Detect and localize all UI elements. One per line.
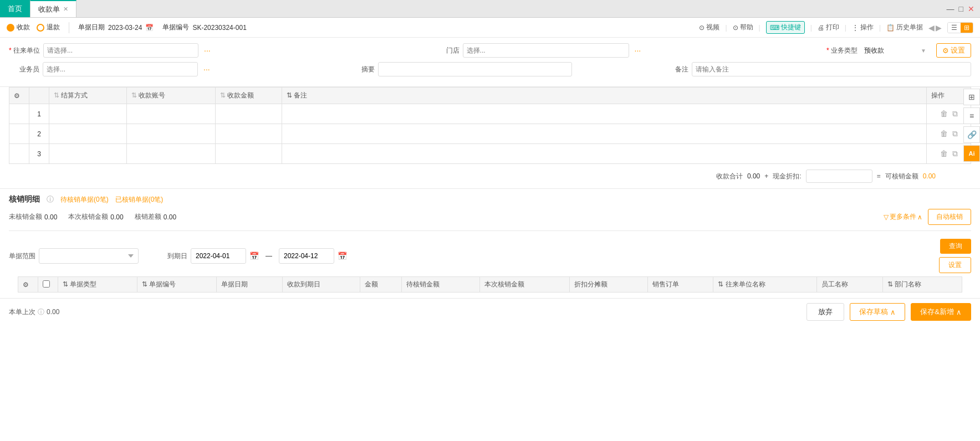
col-settings-header[interactable]: ⚙ <box>9 88 29 104</box>
row1-amount[interactable] <box>216 104 282 124</box>
float-ai-btn[interactable]: Ai <box>963 145 980 162</box>
unverified-value: 0.00 <box>44 213 57 221</box>
row3-settle[interactable] <box>49 144 127 164</box>
float-link-btn[interactable]: 🔗 <box>963 126 980 143</box>
tab-pending[interactable]: 待核销单据(0笔) <box>60 195 109 204</box>
auto-verify-btn[interactable]: 自动核销 <box>928 209 971 225</box>
store-more-btn[interactable]: ··· <box>635 46 641 55</box>
row2-settle[interactable] <box>49 124 127 144</box>
calendar-icon[interactable]: 📅 <box>145 24 154 32</box>
date-from-input[interactable] <box>191 248 246 264</box>
unverified-label: 未核销金额 <box>9 212 42 222</box>
save-new-label: 保存&新增 <box>920 307 954 317</box>
settings-label: 设置 <box>951 45 965 55</box>
row3-account[interactable] <box>127 144 216 164</box>
payment-type-group: 收款 退款 <box>7 23 60 32</box>
help-icon-2[interactable]: ⓘ <box>38 307 44 317</box>
list-view-btn[interactable]: ☰ <box>948 23 961 33</box>
form-area: 往来单位 ··· 门店 ··· 业务类型 预收款 ▼ ⚙ 设置 <box>0 38 980 87</box>
remark-input[interactable] <box>692 62 971 76</box>
discount-input[interactable] <box>806 170 872 183</box>
next-arrow[interactable]: ▶ <box>936 23 942 32</box>
more-filter-label: 更多条件 <box>890 212 916 222</box>
col-sales-order: 销售订单 <box>647 277 713 293</box>
tab-home[interactable]: 首页 <box>0 0 30 17</box>
summary-input[interactable] <box>378 62 572 76</box>
radio-receipt[interactable]: 收款 <box>7 23 30 32</box>
row2-amount[interactable] <box>216 124 282 144</box>
row3-copy-icon[interactable]: ⧉ <box>952 149 958 158</box>
settings-btn[interactable]: 设置 <box>939 257 971 273</box>
row1-note[interactable] <box>282 104 927 124</box>
float-table-btn[interactable]: ⊞ <box>963 89 980 105</box>
radio-refund[interactable]: 退款 <box>37 23 60 32</box>
col-staff: 员工名称 <box>817 277 883 293</box>
tab-receipt[interactable]: 收款单 ✕ <box>30 0 76 17</box>
prev-arrow[interactable]: ◀ <box>928 23 935 32</box>
query-btn[interactable]: 查询 <box>940 239 971 254</box>
tab-home-label: 首页 <box>8 4 22 14</box>
doc-number-label: 单据编号 <box>162 23 189 32</box>
staff-field: 业务员 ··· <box>9 62 322 76</box>
shortcut-btn[interactable]: ⌨ 快捷键 <box>766 21 805 34</box>
form-settings-btn[interactable]: ⚙ 设置 <box>936 43 971 58</box>
store-input[interactable] <box>463 43 629 58</box>
filter-actions: 查询 设置 <box>939 239 971 273</box>
help-label: 帮助 <box>740 23 753 32</box>
bottom-table-area: ⚙ ⇅ 单据类型 ⇅ 单据编号 单据日期 收款到期日 金额 待核销金额 本次核销… <box>9 276 971 293</box>
col-dept: ⇅ 部门名称 <box>882 277 962 293</box>
row2-delete-icon[interactable]: 🗑 <box>940 129 948 139</box>
video-btn[interactable]: ⊙ 视频 <box>699 23 719 32</box>
row3-amount[interactable] <box>216 144 282 164</box>
col-doc-date: 单据日期 <box>217 277 283 293</box>
counterparty-more-btn[interactable]: ··· <box>204 46 211 55</box>
col-settings-2[interactable]: ⚙ <box>18 277 38 293</box>
select-all-checkbox[interactable] <box>43 280 50 288</box>
grid-view-btn[interactable]: ⊞ <box>961 23 973 33</box>
tab-done[interactable]: 已核销单据(0笔) <box>115 195 164 204</box>
row2-note[interactable] <box>282 124 927 144</box>
help-icon[interactable]: ⓘ <box>47 194 54 204</box>
staff-more-btn[interactable]: ··· <box>203 65 210 74</box>
total-value: 0.00 <box>747 172 760 180</box>
print-btn[interactable]: 🖨 打印 <box>818 23 839 32</box>
staff-input[interactable] <box>43 62 198 76</box>
row1-copy-icon[interactable]: ⧉ <box>952 109 958 119</box>
minimize-button[interactable]: — <box>947 4 955 13</box>
help-btn[interactable]: ⊙ 帮助 <box>733 23 753 32</box>
this-verify-value: 0.00 <box>110 213 123 221</box>
close-window-button[interactable]: ✕ <box>968 4 974 13</box>
history-btn[interactable]: 📋 历史单据 <box>886 23 923 32</box>
date-to-input[interactable] <box>279 248 334 264</box>
maximize-button[interactable]: □ <box>959 4 963 13</box>
row1-account[interactable] <box>127 104 216 124</box>
operation-btn[interactable]: ⋮ 操作 <box>852 23 874 32</box>
net-value: 0.00 <box>923 172 936 180</box>
close-tab-icon[interactable]: ✕ <box>63 6 68 13</box>
calendar-to-icon[interactable]: 📅 <box>338 252 347 260</box>
save-draft-btn[interactable]: 保存草稿 ∧ <box>850 303 905 321</box>
discard-btn[interactable]: 放弃 <box>807 303 844 321</box>
save-new-btn[interactable]: 保存&新增 ∧ <box>911 303 971 321</box>
video-label: 视频 <box>706 23 719 32</box>
row3-note[interactable] <box>282 144 927 164</box>
service-type-dropdown[interactable]: ▼ <box>921 48 926 54</box>
row2-account[interactable] <box>127 124 216 144</box>
col-discount: 折扣分摊额 <box>570 277 648 293</box>
row1-delete-icon[interactable]: 🗑 <box>940 109 948 119</box>
row3-delete-icon[interactable]: 🗑 <box>940 149 948 158</box>
doc-number-field: 单据编号 SK-20230324-001 <box>162 23 246 32</box>
discount-label: 现金折扣: <box>773 172 801 181</box>
range-select[interactable] <box>39 248 139 264</box>
more-filter-btn[interactable]: ▽ 更多条件 ∧ <box>884 212 922 222</box>
row1-settle[interactable] <box>49 104 127 124</box>
float-list-btn[interactable]: ≡ <box>963 107 980 124</box>
col-checkbox[interactable] <box>38 277 58 293</box>
row2-copy-icon[interactable]: ⧉ <box>952 129 958 139</box>
col-due-date: 收款到期日 <box>282 277 360 293</box>
counterparty-input[interactable] <box>43 43 198 58</box>
date-field: 单据日期 2023-03-24 📅 <box>78 23 154 32</box>
summary-label: 摘要 <box>344 65 375 74</box>
calendar-from-icon[interactable]: 📅 <box>249 252 259 260</box>
net-label: 可核销金额 <box>885 172 918 181</box>
